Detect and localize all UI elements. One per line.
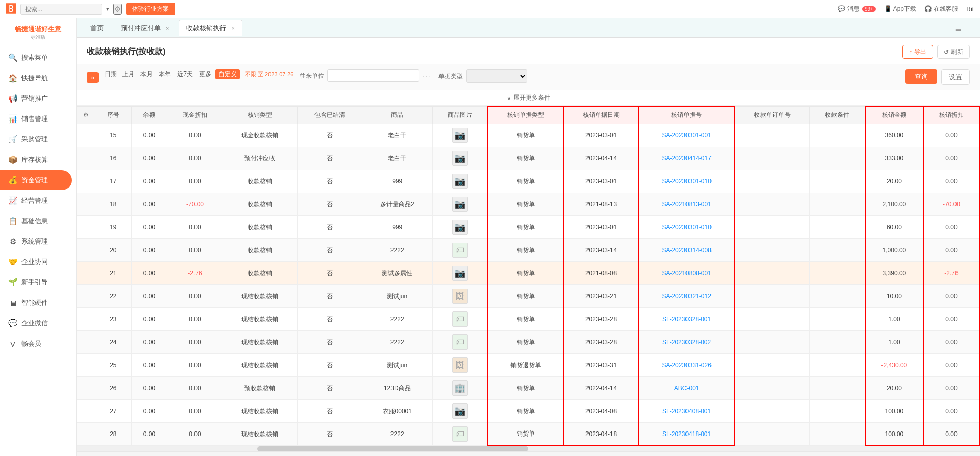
- cell-bill-date: 2023-03-21: [564, 285, 639, 308]
- cell-bill-no[interactable]: SA-20230301-010: [639, 216, 734, 239]
- sidebar-item-finance[interactable]: 💰 资金管理: [0, 170, 72, 190]
- tab-minimize-icon[interactable]: 🗕: [954, 23, 962, 32]
- cell-receipt-order-no: [734, 124, 810, 147]
- sidebar-item-search[interactable]: 🔍 搜索菜单: [0, 47, 76, 68]
- cell-bill-date: 2021-08-08: [564, 262, 639, 285]
- table-scrollbar[interactable]: [77, 446, 980, 451]
- sidebar-item-nav[interactable]: 🏠 快捷导航: [0, 68, 76, 88]
- tab-home[interactable]: 首页: [83, 20, 111, 36]
- cell-bill-no[interactable]: SA-20230414-017: [639, 147, 734, 170]
- cell-bill-no[interactable]: SA-20230331-026: [639, 354, 734, 377]
- filter-settings-button[interactable]: 设置: [941, 69, 970, 85]
- top-search-input[interactable]: [20, 4, 102, 15]
- cell-writeoff-discount: 0.00: [923, 147, 979, 170]
- sidebar-item-marketing[interactable]: 📢 营销推广: [0, 88, 76, 109]
- cell-bill-no[interactable]: SL-20230328-002: [639, 331, 734, 354]
- sidebar-item-sales[interactable]: 📊 销售管理: [0, 109, 76, 129]
- date-this-month[interactable]: 本月: [138, 69, 155, 79]
- col-included-settled: 包含已结清: [297, 106, 362, 124]
- settings-gear-icon[interactable]: ⚙: [113, 4, 122, 15]
- refresh-button[interactable]: ↺ 刷新: [937, 45, 970, 59]
- sidebar-item-collab[interactable]: 🤝 企业协同: [0, 252, 76, 272]
- cell-bill-no[interactable]: SA-20230301-010: [639, 170, 734, 193]
- cell-bill-no[interactable]: SL-20230418-001: [639, 423, 734, 446]
- cell-receipt-condition: [810, 308, 865, 331]
- cell-product-img: 🏷: [432, 423, 488, 446]
- cell-bill-date: 2023-04-18: [564, 423, 639, 446]
- dropdown-arrow[interactable]: ▾: [106, 6, 109, 12]
- cell-writeoff-discount: 0.00: [923, 308, 979, 331]
- online-service-btn[interactable]: 🎧 在线客服: [924, 5, 958, 13]
- tab-expand-icon[interactable]: ⛶: [966, 23, 974, 32]
- tab-prepayment-close[interactable]: ×: [166, 25, 169, 31]
- cell-included-settled: 否: [297, 170, 362, 193]
- filter-bar: » 日期 上月 本月 本年 近7天 更多 自定义 不限 至 2023-07-26: [77, 64, 980, 90]
- date-7days[interactable]: 近7天: [175, 69, 195, 79]
- cell-cash-discount: 0.00: [167, 285, 223, 308]
- sidebar-label-member: 畅会员: [21, 339, 41, 348]
- cell-balance: 0.00: [131, 124, 167, 147]
- column-settings-icon[interactable]: ⚙: [83, 111, 89, 118]
- cell-bill-no[interactable]: SA-20230314-008: [639, 239, 734, 262]
- export-button[interactable]: ↑ 导出: [902, 45, 933, 59]
- sidebar-item-wechat[interactable]: 💬 企业微信: [0, 313, 76, 333]
- sidebar-item-purchase[interactable]: 🛒 采购管理: [0, 129, 76, 150]
- cell-balance: 0.00: [131, 377, 167, 400]
- date-this-year[interactable]: 本年: [157, 69, 173, 79]
- cell-bill-date: 2023-03-31: [564, 354, 639, 377]
- cell-writeoff-type: 现结收款核销: [223, 400, 297, 423]
- cell-bill-type: 销货单: [488, 216, 564, 239]
- tab-prepayment[interactable]: 预付冲应付单 ×: [113, 20, 177, 36]
- filter-expand-button[interactable]: »: [87, 72, 99, 83]
- cell-product: 123D商品: [362, 377, 432, 400]
- cell-writeoff-amount: 20.00: [865, 170, 923, 193]
- operation-icon: 📈: [8, 196, 17, 205]
- bill-type-select[interactable]: [466, 69, 527, 83]
- cell-writeoff-type: 现结收款核销: [223, 331, 297, 354]
- tab-writeoff[interactable]: 收款核销执行 ×: [179, 20, 242, 36]
- cell-product: 999: [362, 216, 432, 239]
- cell-bill-no[interactable]: SL-20230408-001: [639, 400, 734, 423]
- cell-bill-no[interactable]: SA-20210808-001: [639, 262, 734, 285]
- date-last-month[interactable]: 上月: [120, 69, 136, 79]
- tab-writeoff-close[interactable]: ×: [231, 25, 234, 31]
- col-product-img: 商品图片: [432, 106, 488, 124]
- sidebar-item-hardware[interactable]: 🖥 智能硬件: [0, 293, 76, 313]
- cell-receipt-order-no: [734, 377, 810, 400]
- col-settings: ⚙: [77, 106, 95, 124]
- cell-bill-type: 销货单: [488, 331, 564, 354]
- sidebar-item-beginner[interactable]: 🌱 新手引导: [0, 272, 76, 293]
- date-links: 上月 本月 本年 近7天 更多 自定义: [120, 69, 240, 79]
- messages-btn[interactable]: 💬 消息 99+: [838, 5, 876, 13]
- cell-bill-no[interactable]: SA-20210813-001: [639, 193, 734, 216]
- table-wrapper: ⚙ 序号 余额 现金折扣 核销类型 包含已结清 商品 商品图片 核销单据类型 核…: [77, 106, 980, 456]
- expand-more-button[interactable]: ∨ 展开更多条件: [507, 93, 550, 102]
- trial-button[interactable]: 体验行业方案: [126, 3, 175, 15]
- col-receipt-condition: 收款条件: [810, 106, 865, 124]
- table-row: 190.000.00收款核销否999📷销货单2023-03-01SA-20230…: [77, 216, 980, 239]
- table-row: 150.000.00现金收款核销否老白干📷销货单2023-03-01SA-202…: [77, 124, 980, 147]
- sidebar-item-member[interactable]: V 畅会员: [0, 333, 76, 354]
- cell-settings: [77, 124, 95, 147]
- cell-bill-no[interactable]: SA-20230321-012: [639, 285, 734, 308]
- filter-bill-type-group: 单据类型: [438, 69, 527, 83]
- query-button[interactable]: 查询: [905, 69, 937, 84]
- sidebar-item-operation[interactable]: 📈 经营管理: [0, 190, 76, 211]
- sidebar-item-system[interactable]: ⚙ 系统管理: [0, 231, 76, 252]
- cell-product-img: 🏷: [432, 331, 488, 354]
- cell-balance: 0.00: [131, 331, 167, 354]
- date-more[interactable]: 更多: [197, 69, 213, 79]
- cell-product-img: 🏢: [432, 377, 488, 400]
- app-download-btn[interactable]: 📱 App下载: [884, 5, 916, 13]
- cell-receipt-condition: [810, 239, 865, 262]
- partner-input[interactable]: [327, 69, 419, 82]
- cell-bill-no[interactable]: ABC-001: [639, 377, 734, 400]
- inventory-icon: 📦: [8, 155, 17, 164]
- sidebar-item-basic-info[interactable]: 📋 基础信息: [0, 211, 76, 231]
- cell-bill-no[interactable]: SL-20230328-001: [639, 308, 734, 331]
- cell-bill-no[interactable]: SA-20230301-001: [639, 124, 734, 147]
- sidebar-item-inventory[interactable]: 📦 库存核算: [0, 150, 76, 170]
- date-custom[interactable]: 自定义: [215, 69, 240, 79]
- user-name: Rit: [966, 6, 974, 13]
- cell-seq: 24: [95, 331, 132, 354]
